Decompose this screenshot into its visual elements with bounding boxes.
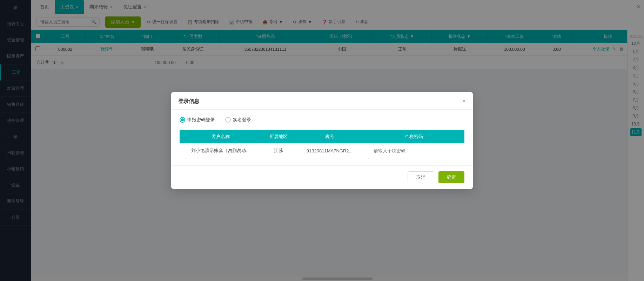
dialog-col-password: 个税密码: [363, 130, 464, 143]
tax-password-input[interactable]: [374, 148, 444, 153]
dialog-row-taxid: 91320811MA7NGR2...: [296, 143, 363, 158]
dialog-row-region: 江苏: [261, 143, 296, 158]
cancel-button[interactable]: 取消: [408, 171, 434, 183]
dialog-col-region: 所属地区: [261, 130, 296, 143]
dialog-title: 登录信息: [178, 98, 199, 105]
dialog-col-taxid: 税号: [296, 130, 363, 143]
login-type-radio-group: 申报密码登录 实名登录: [180, 117, 464, 123]
dialog-footer: 取消 确定: [171, 165, 473, 189]
radio-realname-circle: [225, 117, 231, 123]
dialog-header: 登录信息 ×: [171, 92, 473, 110]
confirm-button[interactable]: 确定: [438, 171, 464, 183]
radio-realname-login[interactable]: 实名登录: [225, 117, 251, 123]
dialog-body: 申报密码登录 实名登录 客户名称 所属地区 税号 个税密码 刘小艳演示账套（勿删…: [171, 110, 473, 165]
radio-password-circle: [180, 117, 185, 123]
dialog-table-row: 刘小艳演示账套（勿删勿动... 江苏 91320811MA7NGR2...: [180, 143, 464, 158]
login-dialog: 登录信息 × 申报密码登录 实名登录 客户名称 所属地区 税号 个税密码: [171, 92, 473, 189]
dialog-col-name: 客户名称: [180, 130, 261, 143]
radio-realname-label: 实名登录: [233, 117, 251, 123]
radio-password-login[interactable]: 申报密码登录: [180, 117, 215, 123]
dialog-close-icon[interactable]: ×: [462, 98, 466, 105]
radio-password-label: 申报密码登录: [187, 117, 215, 123]
dialog-row-name: 刘小艳演示账套（勿删勿动...: [180, 143, 261, 158]
dialog-row-password-cell[interactable]: [363, 143, 464, 158]
dialog-table-header: 客户名称 所属地区 税号 个税密码: [180, 130, 464, 143]
login-info-table: 客户名称 所属地区 税号 个税密码 刘小艳演示账套（勿删勿动... 江苏 913…: [180, 130, 464, 158]
